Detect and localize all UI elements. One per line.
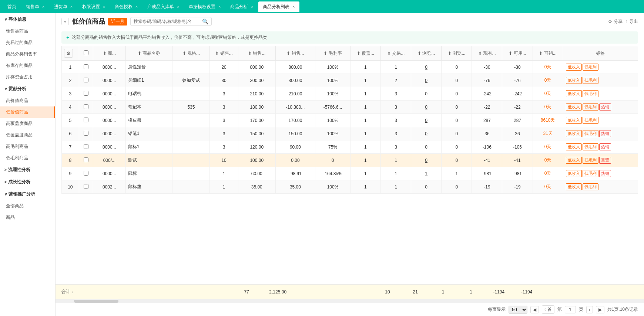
cell-checkbox[interactable] (79, 167, 93, 180)
col-settings[interactable]: ⚙ (62, 46, 79, 61)
row-checkbox[interactable] (84, 78, 88, 82)
last-page-btn[interactable]: ▶ (596, 306, 604, 313)
row-checkbox[interactable] (84, 144, 88, 149)
sidebar-group-growth[interactable]: > 成长性分析 (0, 176, 55, 188)
nav-item-template[interactable]: 单据模板设置 × (184, 1, 225, 12)
nav-item-purchase[interactable]: 进货单 × (50, 1, 77, 12)
row-checkbox[interactable] (84, 157, 88, 162)
nav-item-analysis-list[interactable]: 商品分析列表 × (258, 1, 299, 12)
cell-browse1[interactable]: 0 (411, 114, 442, 127)
sidebar-item-new-goods[interactable]: 新品 (0, 212, 55, 223)
prev-page-btn[interactable]: ‹ 首 (542, 305, 554, 314)
nav-item-home[interactable]: 首页 (3, 1, 21, 12)
nav-close-sales[interactable]: × (42, 4, 44, 9)
cell-browse1[interactable]: 0 (411, 87, 442, 101)
cell-browse1[interactable]: 1 (411, 167, 442, 180)
cell-days: 0天 (533, 154, 563, 167)
cell-browse1[interactable]: 0 (411, 101, 442, 114)
cell-sales-qty: 20 (210, 61, 238, 74)
nav-item-sales[interactable]: 销售单 × (21, 1, 49, 12)
cell-browse1[interactable]: 0 (411, 140, 442, 154)
sidebar-item-stock-fund[interactable]: 库存资金占用 (0, 71, 55, 83)
sidebar-item-sales-goods[interactable]: 销售类商品 (0, 26, 55, 37)
period-button[interactable]: 近一月 (108, 18, 127, 26)
sidebar-group-contribution[interactable]: ∨ 贡献分析 (0, 83, 55, 95)
table-row: 40000...笔记本5353180.00-10,380...-5766.6..… (62, 101, 638, 114)
arrow-contribution: ∨ (4, 87, 7, 91)
first-page-btn[interactable]: ◀ (530, 306, 539, 313)
cell-checkbox[interactable] (79, 140, 93, 154)
tag: 低毛利 (583, 117, 598, 124)
nav-item-roles[interactable]: 角色授权 × (110, 1, 142, 12)
col-trade: ⬆ 交易... (381, 46, 411, 61)
page-input[interactable] (565, 306, 576, 313)
row-checkbox[interactable] (84, 64, 88, 69)
cell-checkbox[interactable] (79, 154, 93, 167)
cell-checkbox[interactable] (79, 101, 93, 114)
cell-browse2: 0 (442, 154, 472, 167)
cell-sales-qty: 30 (210, 74, 238, 87)
sidebar-group-circulation[interactable]: > 流通性分析 (0, 164, 55, 176)
share-button[interactable]: ⟳ 分享 (608, 18, 623, 25)
select-all-checkbox[interactable] (84, 50, 88, 55)
cell-days: 0天 (533, 140, 563, 154)
col-code: ⬆ 商... (93, 46, 125, 61)
tag: 低毛利 (583, 130, 598, 137)
cell-browse1[interactable]: 0 (411, 74, 442, 87)
cell-browse1[interactable]: 0 (411, 180, 442, 194)
nav-item-permissions[interactable]: 权限设置 × (78, 1, 110, 12)
sidebar-item-high-margin[interactable]: 高毛利商品 (0, 141, 55, 152)
next-page-btn[interactable]: › (586, 306, 593, 313)
sidebar-item-low-coverage[interactable]: 低覆盖度商品 (0, 129, 55, 141)
cell-checkbox[interactable] (79, 74, 93, 87)
sidebar-item-all-goods[interactable]: 全部商品 (0, 200, 55, 212)
table-row: 30000...电话机3210.00210.00100%1300-242-242… (62, 87, 638, 101)
cell-checkbox[interactable] (79, 87, 93, 101)
row-checkbox[interactable] (84, 91, 88, 96)
cell-checkbox[interactable] (79, 61, 93, 74)
search-box[interactable]: 🔍 (130, 17, 212, 26)
cell-spec (172, 140, 210, 154)
tag: 热销 (599, 170, 611, 177)
export-button[interactable]: ↑ 导出 (625, 18, 638, 25)
sidebar-item-high-value[interactable]: 高价值商品 (0, 95, 55, 106)
nav-close-roles[interactable]: × (135, 4, 138, 9)
bottom-scrollbar[interactable] (56, 299, 644, 303)
cell-browse1[interactable]: 0 (411, 127, 442, 140)
page-title: 低价值商品 (72, 17, 105, 26)
sidebar-group-marketing[interactable]: ∨ 营销推广分析 (0, 188, 55, 200)
cell-sales-qty: 1 (210, 180, 238, 194)
collapse-btn[interactable]: « (61, 18, 69, 25)
nav-item-product-in[interactable]: 产成品入库单 × (143, 1, 184, 12)
sidebar-item-low-value[interactable]: 低价值商品 (0, 106, 55, 118)
nav-close-purchase[interactable]: × (70, 4, 73, 9)
settings-icon[interactable]: ⚙ (64, 49, 73, 58)
cell-browse1[interactable]: 0 (411, 61, 442, 74)
nav-close-template[interactable]: × (218, 4, 221, 9)
nav-close-analysis[interactable]: × (251, 4, 253, 9)
cell-browse1[interactable]: 0 (411, 154, 442, 167)
nav-close-permissions[interactable]: × (103, 4, 105, 9)
sidebar-item-high-coverage[interactable]: 高覆盖度商品 (0, 118, 55, 129)
cell-checkbox[interactable] (79, 180, 93, 194)
nav-close-analysis-list[interactable]: × (292, 4, 295, 9)
row-checkbox[interactable] (84, 131, 88, 136)
sidebar-item-stock-goods[interactable]: 有库存的商品 (0, 60, 55, 71)
col-checkbox-header[interactable] (79, 46, 93, 61)
per-page-select[interactable]: 50 100 200 (509, 306, 527, 314)
sidebar-item-low-margin[interactable]: 低毛利商品 (0, 152, 55, 164)
cell-checkbox[interactable] (79, 114, 93, 127)
search-input[interactable] (134, 19, 201, 24)
sidebar-item-traded-goods[interactable]: 交易过的商品 (0, 37, 55, 48)
row-checkbox[interactable] (84, 104, 88, 109)
footer-browse1: 1 (429, 289, 457, 295)
nav-item-analysis[interactable]: 商品分析 × (226, 1, 258, 12)
sidebar-group-overall[interactable]: ∨ 整体信息 (0, 13, 55, 26)
row-checkbox[interactable] (84, 118, 88, 122)
row-checkbox[interactable] (84, 171, 88, 176)
cell-checkbox[interactable] (79, 127, 93, 140)
row-checkbox[interactable] (84, 184, 88, 189)
nav-close-product-in[interactable]: × (177, 4, 179, 9)
footer-coverage: 10 (373, 289, 401, 295)
sidebar-item-category-rate[interactable]: 商品分类销售率 (0, 48, 55, 60)
